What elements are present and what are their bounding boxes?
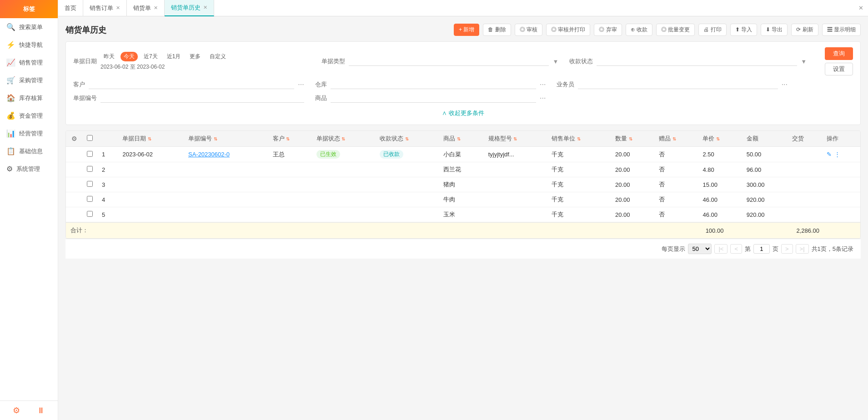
sidebar-item-inventory[interactable]: 🏠 库存核算 [0,89,58,107]
sidebar-item-basic-info[interactable]: 📋 基础信息 [0,142,58,160]
th-unit-price-sort[interactable]: ⇅ [716,136,720,141]
tabs-close-all[interactable]: ✕ [858,5,868,11]
export-button[interactable]: ⬇ 导出 [761,24,788,36]
th-doc-no[interactable]: 单据编号 ⇅ [184,131,268,147]
import-button[interactable]: ⬆ 导入 [730,24,757,36]
th-doc-no-sort[interactable]: ⇅ [214,136,217,141]
abandon-button[interactable]: ◎ 弃审 [594,24,622,36]
date-btn-more[interactable]: 更多 [186,52,204,61]
more-action[interactable]: ⋮ [834,151,840,158]
select-all-checkbox[interactable] [87,135,93,141]
warehouse-input[interactable] [331,80,536,89]
display-button[interactable]: ☰ 显示明细 [822,24,861,36]
doc-type-dropdown-icon[interactable]: ▼ [552,58,558,65]
td-doc-status: 已生效 [312,147,376,162]
sidebar-item-purchase-mgmt[interactable]: 🛒 采购管理 [0,71,58,89]
customer-input[interactable] [89,80,294,89]
date-btn-7days[interactable]: 近7天 [140,52,161,61]
tab-sales-delivery-close[interactable]: ✕ [154,5,158,11]
salesperson-input[interactable] [578,80,778,89]
print-button[interactable]: 🖨 打印 [698,24,726,36]
tab-home[interactable]: 首页 [58,0,83,16]
refresh-button[interactable]: ⟳ 刷新 [791,24,818,36]
th-customer[interactable]: 客户 ⇅ [268,131,312,147]
th-gift-sort[interactable]: ⇅ [672,136,676,141]
th-unit[interactable]: 销售单位 ⇅ [547,131,611,147]
collapse-row[interactable]: ∧ 收起更多条件 [73,107,853,119]
salesperson-dots[interactable]: ··· [782,80,788,89]
per-page-select[interactable]: 50 10 20 100 [688,244,712,254]
th-doc-date-sort[interactable]: ⇅ [148,136,151,141]
batch-change-button[interactable]: ◎ 批量变更 [656,24,695,36]
sidebar-item-quick-nav[interactable]: ⚡ 快捷导航 [0,36,58,54]
query-button[interactable]: 查询 [825,47,853,60]
td-check[interactable] [82,147,97,162]
settings-bottom-icon[interactable]: ⚙ [13,405,20,415]
first-page-btn[interactable]: |< [714,244,728,254]
th-doc-date-label: 单据日期 [122,135,146,142]
goods-input[interactable] [331,94,536,103]
tab-sales-delivery[interactable]: 销货单 ✕ [127,0,165,16]
row-checkbox[interactable] [87,196,93,202]
doc-no-link[interactable]: SA-20230602-0 [188,151,230,158]
new-button[interactable]: + 新增 [454,24,479,36]
th-settings[interactable]: ⚙ [66,131,82,147]
edit-action[interactable]: ✎ [827,151,832,158]
audit-button[interactable]: ◎ 审核 [515,24,542,36]
th-customer-sort[interactable]: ⇅ [286,136,290,141]
date-btn-custom[interactable]: 自定义 [206,52,229,61]
tab-sales-order[interactable]: 销售订单 ✕ [83,0,127,16]
sidebar-item-finance[interactable]: 💰 资金管理 [0,107,58,125]
th-qty-sort[interactable]: ⇅ [629,136,632,141]
th-unit-price[interactable]: 单价 ⇅ [698,131,742,147]
th-spec-sort[interactable]: ⇅ [513,136,517,141]
th-goods[interactable]: 商品 ⇅ [439,131,484,147]
th-unit-sort[interactable]: ⇅ [577,136,581,141]
th-qty[interactable]: 数量 ⇅ [611,131,654,147]
next-page-btn[interactable]: > [781,244,793,254]
goods-dots[interactable]: ··· [540,94,546,102]
td-check[interactable] [82,207,97,222]
sidebar-item-operations[interactable]: 📊 经营管理 [0,125,58,142]
row-checkbox[interactable] [87,151,93,157]
doc-no-input[interactable] [100,94,304,103]
th-check[interactable] [82,131,97,147]
date-btn-yesterday[interactable]: 昨天 [100,52,118,61]
row-checkbox[interactable] [87,181,93,187]
tab-sales-order-close[interactable]: ✕ [116,5,120,11]
th-goods-sort[interactable]: ⇅ [457,136,461,141]
th-pay-status[interactable]: 收款状态 ⇅ [375,131,439,147]
tab-sales-history-close[interactable]: ✕ [203,5,207,10]
sidebar-item-sales-mgmt[interactable]: 📈 销售管理 [0,54,58,71]
warehouse-dots[interactable]: ··· [540,80,546,89]
payment-status-input[interactable] [597,57,797,66]
td-check[interactable] [82,177,97,192]
sidebar-item-system[interactable]: ⚙ 系统管理 [0,160,58,178]
date-btn-1month[interactable]: 近1月 [164,52,184,61]
delete-button[interactable]: 🗑 删除 [483,24,511,36]
table-settings-icon[interactable]: ⚙ [71,135,77,142]
td-check[interactable] [82,162,97,177]
last-page-btn[interactable]: >| [796,244,809,254]
pause-icon[interactable]: ⏸ [37,406,45,415]
tab-sales-history[interactable]: 销货单历史 ✕ [165,0,214,16]
audit-print-button[interactable]: ◎ 审核并打印 [546,24,590,36]
payment-status-dropdown-icon[interactable]: ▼ [801,58,807,65]
page-number-input[interactable] [753,244,770,254]
th-doc-date[interactable]: 单据日期 ⇅ [118,131,183,147]
td-check[interactable] [82,192,97,207]
setting-button[interactable]: 设置 [825,63,853,75]
receive-button[interactable]: ⊕ 收款 [626,24,652,36]
th-gift[interactable]: 赠品 ⇅ [654,131,698,147]
sidebar-item-search-menu[interactable]: 🔍 搜索菜单 [0,18,58,36]
doc-type-input[interactable] [349,57,549,66]
th-spec[interactable]: 规格型号 ⇅ [484,131,547,147]
th-pay-status-sort[interactable]: ⇅ [405,136,409,141]
th-doc-status[interactable]: 单据状态 ⇅ [312,131,376,147]
th-doc-status-sort[interactable]: ⇅ [341,136,345,141]
customer-dots[interactable]: ··· [298,80,304,89]
row-checkbox[interactable] [87,211,93,217]
row-checkbox[interactable] [87,166,93,172]
date-btn-today[interactable]: 今天 [120,52,138,61]
prev-page-btn[interactable]: < [730,244,742,254]
